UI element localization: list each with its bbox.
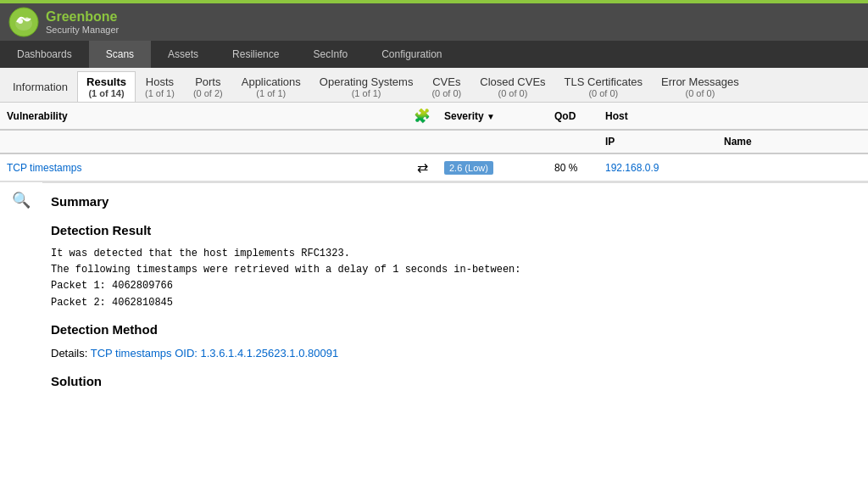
th-icon-sub [407,130,437,153]
tab-operating-systems[interactable]: Operating Systems (1 of 1) [310,71,423,102]
qod-cell: 80 % [548,153,598,181]
vuln-name-link[interactable]: TCP timestamps [7,162,81,174]
nav-resilience[interactable]: Resilience [215,41,296,68]
nav-secinfo[interactable]: SecInfo [296,41,364,68]
nav-configuration[interactable]: Configuration [364,41,459,68]
detection-method-link[interactable]: TCP timestamps OID: 1.3.6.1.4.1.25623.1.… [91,347,338,360]
detection-text-3: Packet 1: 4062809766 [51,278,854,294]
overrides-icon[interactable]: ⇄ [417,160,428,175]
severity-cell: 2.6 (Low) [437,153,548,181]
greenbone-logo-icon [8,7,39,37]
tab-tls-certificates[interactable]: TLS Certificates (0 of 0) [555,71,652,102]
th-severity-sub [437,130,548,153]
brand-subtitle: Security Manager [46,25,119,35]
detail-sidebar: 🔍 [0,182,42,405]
nav-assets[interactable]: Assets [151,41,215,68]
vulnerability-table: Vulnerability 🧩 Severity ▼ QoD Host [0,103,868,181]
row-icon-cell: ⇄ [407,153,437,181]
tab-hosts[interactable]: Hosts (1 of 1) [136,71,184,102]
th-host: Host [598,103,868,130]
tab-applications[interactable]: Applications (1 of 1) [232,71,310,102]
host-ip-cell: 192.168.0.9 [598,153,717,181]
table-row: TCP timestamps ⇄ 2.6 (Low) 80 % 192.168.… [0,153,868,181]
detection-text-1: It was detected that the host implements… [51,246,854,262]
sort-arrow-icon: ▼ [487,112,495,121]
logo-text: Greenbone Security Manager [46,9,119,35]
th-severity[interactable]: Severity ▼ [437,103,548,130]
nav-dashboards[interactable]: Dashboards [0,41,89,68]
app-header: Greenbone Security Manager [0,3,868,41]
detection-text-4: Packet 2: 4062810845 [51,295,854,311]
detection-method-heading: Detection Method [51,320,854,340]
svg-point-3 [25,18,30,22]
th-qod-sub [548,130,598,153]
th-host-ip: IP [598,130,717,153]
detection-method-prefix: Details: [51,347,91,360]
detail-pane: Summary Detection Result It was detected… [42,182,868,405]
detection-method-text: Details: TCP timestamps OID: 1.3.6.1.4.1… [51,345,854,363]
th-puzzle-icon: 🧩 [407,103,437,130]
solution-heading: Solution [51,371,854,392]
th-vuln-sub [0,130,407,153]
tab-closed-cves[interactable]: Closed CVEs (0 of 0) [470,71,554,102]
tab-error-messages[interactable]: Error Messages (0 of 0) [652,71,748,102]
nav-scans[interactable]: Scans [89,41,151,68]
main-navbar: Dashboards Scans Assets Resilience SecIn… [0,41,868,68]
svg-point-2 [18,19,23,24]
th-host-name: Name [717,130,868,153]
zoom-icon[interactable]: 🔍 [12,192,31,209]
severity-badge: 2.6 (Low) [444,161,493,175]
vulnerability-table-area: Vulnerability 🧩 Severity ▼ QoD Host [0,103,868,181]
th-vulnerability: Vulnerability [0,103,407,130]
puzzle-icon: 🧩 [414,109,431,123]
summary-heading: Summary [51,192,854,212]
detail-container: 🔍 Summary Detection Result It was detect… [0,181,868,405]
brand-name: Greenbone [46,9,119,25]
tab-cves[interactable]: CVEs (0 of 0) [422,71,470,102]
vuln-name-cell: TCP timestamps [0,153,407,181]
detection-text-2: The following timestamps were retrieved … [51,262,854,278]
th-qod: QoD [548,103,598,130]
detection-result-heading: Detection Result [51,220,854,241]
host-name-cell [717,153,868,181]
tab-ports[interactable]: Ports (0 of 2) [184,71,232,102]
host-ip-link[interactable]: 192.168.0.9 [605,162,659,174]
tab-results[interactable]: Results (1 of 14) [77,71,136,102]
tabs-row: Information Results (1 of 14) Hosts (1 o… [0,68,868,103]
tab-information[interactable]: Information [3,71,77,102]
logo-area: Greenbone Security Manager [8,7,119,37]
